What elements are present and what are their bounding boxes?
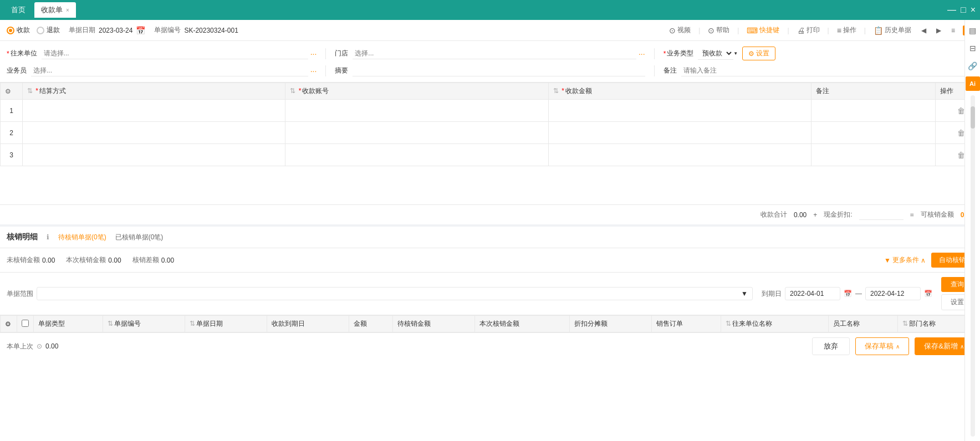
col-sales-order: 销售订单 (651, 316, 721, 332)
sidebar-minus-icon[interactable]: ⊟ (966, 41, 980, 55)
plus-label: + (813, 211, 817, 219)
cell-remark-1[interactable] (811, 100, 936, 122)
store-input[interactable] (353, 48, 636, 59)
table-row: 3 🗑 ⊕ (1, 144, 980, 166)
staff-more-icon[interactable]: ··· (310, 66, 317, 75)
print-label: 打印 (807, 25, 820, 35)
radio-collection[interactable]: 收款 (7, 25, 30, 35)
store-more-icon[interactable]: ··· (639, 49, 645, 58)
date-value: 2023-03-24 (99, 27, 132, 34)
form-settings-btn[interactable]: ⚙ 设置 (742, 47, 775, 60)
table-section: ⚙ ⇅ *结算方式 ⇅ *收款账号 ⇅ *收款金额 备注 操作 (0, 83, 980, 204)
cell-account-2[interactable] (285, 122, 548, 144)
tab-home[interactable]: 首页 (4, 3, 32, 17)
more-filter-btn[interactable]: ▼ 更多条件 ∧ (884, 255, 926, 265)
cell-remark-2[interactable] (811, 122, 936, 144)
cell-account-3[interactable] (285, 144, 548, 166)
tab-active[interactable]: 收款单 × (34, 2, 76, 18)
sidebar-ai-icon[interactable]: Ai (966, 76, 980, 91)
date-to-calendar-icon[interactable]: 📅 (924, 290, 932, 298)
staff-input[interactable] (31, 65, 308, 76)
form-divider-4 (654, 65, 655, 76)
discard-btn[interactable]: 放弃 (812, 337, 850, 355)
sort-counterparty-icon: ⇅ (726, 320, 731, 327)
footer-info-icon[interactable]: ⊙ (37, 342, 42, 350)
discount-input[interactable] (859, 209, 904, 220)
video-btn[interactable]: ⊙ 视频 (667, 24, 693, 36)
cell-payment-1[interactable] (23, 100, 285, 122)
tab-label: 收款单 (41, 5, 63, 15)
date-from-calendar-icon[interactable]: 📅 (844, 290, 852, 298)
store-label: 门店 (335, 49, 348, 58)
staff-field: 业务员 ··· (7, 65, 317, 76)
select-all-checkbox[interactable] (22, 320, 29, 327)
tab-bar-right: — □ × (947, 5, 976, 15)
radio-refund[interactable]: 退款 (37, 25, 60, 35)
footer-left: 本单上次 ⊙ 0.00 (7, 342, 58, 351)
writeoff-info-icon[interactable]: ℹ (47, 233, 49, 241)
col-checkbox[interactable] (17, 316, 34, 332)
sidebar-link-icon[interactable]: 🔗 (966, 59, 980, 73)
save-draft-label: 保存草稿 (865, 341, 894, 351)
col-discount-share: 折扣分摊额 (569, 316, 651, 332)
range-select[interactable]: ▼ (37, 287, 753, 300)
settings-label: 设置 (756, 49, 769, 58)
delete-row-2-icon[interactable]: 🗑 (957, 129, 965, 137)
sidebar-table-icon[interactable]: ▤ (966, 23, 980, 38)
counterparty-more-icon[interactable]: ··· (310, 49, 317, 58)
remark-input[interactable] (681, 65, 973, 76)
remark-field: 备注 (663, 65, 973, 76)
save-draft-btn[interactable]: 保存草稿 ∧ (855, 337, 909, 355)
cell-account-1[interactable] (285, 100, 548, 122)
form-row-1: * 往来单位 ··· 门店 ··· * 业务类型 预收款 ▼ ⚙ (7, 47, 973, 60)
cell-remark-3[interactable] (811, 144, 936, 166)
summary-input[interactable] (353, 65, 645, 76)
scrollbar-area (971, 95, 975, 437)
window-maximize-icon[interactable]: □ (961, 5, 966, 15)
collect-total-value: 0.00 (794, 211, 807, 219)
help-btn[interactable]: ⊙ 帮助 (706, 24, 732, 36)
radio-refund-label: 退款 (47, 25, 60, 35)
delete-row-3-icon[interactable]: 🗑 (957, 151, 965, 160)
window-close-icon[interactable]: × (971, 5, 976, 15)
date-to-input[interactable] (865, 287, 921, 300)
window-minimize-icon[interactable]: — (947, 5, 956, 15)
sort-icon-account: ⇅ (290, 87, 295, 95)
this-time-value: 0.00 (108, 257, 121, 264)
table-settings-icon[interactable]: ⚙ (5, 88, 11, 95)
col-settings-writeoff[interactable]: ⚙ (1, 316, 17, 332)
counterparty-input[interactable] (42, 48, 308, 59)
business-type-select[interactable]: 预收款 (698, 47, 733, 60)
cell-payment-2[interactable] (23, 122, 285, 144)
delete-row-1-icon[interactable]: 🗑 (957, 106, 965, 115)
shortcut-btn[interactable]: ⌨ 快捷键 (744, 24, 782, 36)
history-btn[interactable]: 📋 历史单据 (871, 24, 913, 36)
due-date-label: 到期日 (762, 289, 782, 299)
table-settings-header[interactable]: ⚙ (1, 83, 23, 100)
diff-stat: 核销差额 0.00 (132, 255, 174, 265)
cell-amount-2[interactable] (548, 122, 811, 144)
cell-amount-1[interactable] (548, 100, 811, 122)
tab-close-icon[interactable]: × (66, 7, 69, 13)
sort-icon-payment: ⇅ (27, 87, 33, 95)
date-from-input[interactable] (785, 287, 840, 300)
cell-amount-3[interactable] (548, 144, 811, 166)
nav-prev-icon[interactable]: ◀ (919, 25, 928, 35)
pending-writeoff-tab[interactable]: 待核销单据(0笔) (58, 233, 106, 242)
settings-gear-icon: ⚙ (748, 50, 754, 58)
form-section: * 往来单位 ··· 门店 ··· * 业务类型 预收款 ▼ ⚙ (0, 41, 980, 83)
bottom-table-section: ⚙ 单据类型 ⇅单据编号 ⇅单据日期 收款到期日 金额 待核销金额 本次核销金额… (0, 315, 980, 332)
table-row: 2 🗑 ⊕ (1, 122, 980, 144)
payment-type-radio-group: 收款 退款 (7, 25, 60, 35)
date-calendar-icon[interactable]: 📅 (136, 26, 145, 35)
view-list-icon[interactable]: ≡ (949, 25, 957, 35)
operation-btn[interactable]: ≡ 操作 (835, 24, 859, 36)
operation-icon: ≡ (837, 26, 841, 35)
completed-writeoff-tab[interactable]: 已核销单据(0笔) (115, 233, 164, 242)
cell-payment-3[interactable] (23, 144, 285, 166)
nav-next-icon[interactable]: ▶ (934, 25, 943, 35)
diff-value: 0.00 (161, 257, 174, 264)
save-new-label: 保存&新增 (924, 341, 958, 351)
counterparty-field: * 往来单位 ··· (7, 48, 317, 59)
print-btn[interactable]: 🖨 打印 (795, 24, 822, 36)
